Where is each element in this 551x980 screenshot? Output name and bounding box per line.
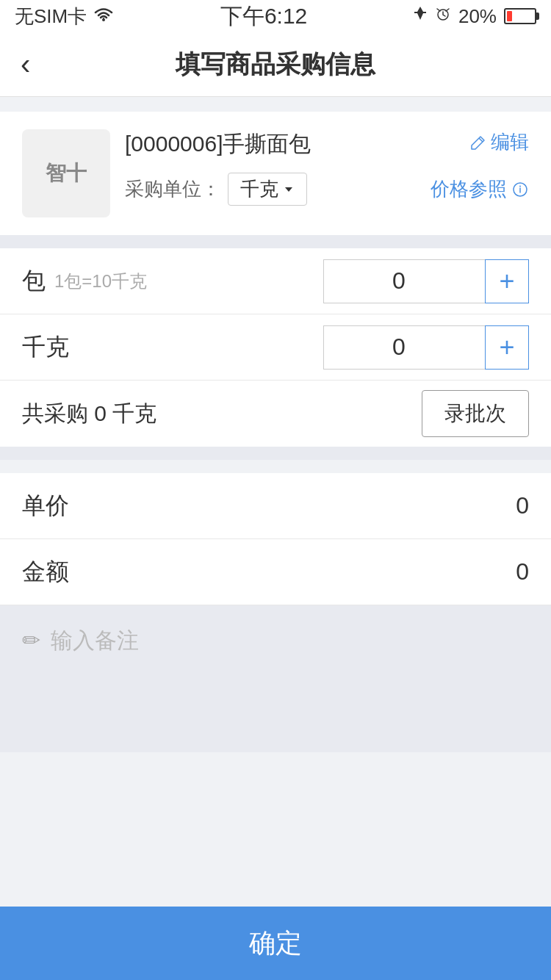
alarm-icon	[435, 5, 451, 28]
kg-qty-input[interactable]	[323, 325, 485, 370]
summary-row: 共采购 0 千克 录批次	[0, 381, 551, 447]
amount-label: 金额	[22, 556, 69, 588]
package-hint: 1包=10千克	[54, 270, 147, 293]
battery-icon	[504, 8, 536, 24]
status-time: 下午6:12	[220, 1, 307, 32]
summary-text: 共采购 0 千克	[22, 399, 156, 429]
product-header: [0000006]手撕面包 编辑	[125, 129, 529, 159]
wifi-icon	[93, 5, 115, 28]
product-info: [0000006]手撕面包 编辑 采购单位： 千克 价格	[125, 129, 529, 206]
unit-select-button[interactable]: 千克	[228, 173, 307, 206]
kg-input-right: +	[323, 325, 529, 370]
product-image: 智十	[22, 129, 110, 217]
svg-point-3	[519, 185, 521, 187]
package-label-group: 包 1包=10千克	[22, 265, 147, 298]
input-section: 包 1包=10千克 + 千克 +	[0, 248, 551, 381]
divider-1	[0, 235, 551, 248]
unit-price-row: 单价 0	[0, 473, 551, 539]
unit-price-label: 单价	[22, 490, 69, 522]
product-card: 智十 [0000006]手撕面包 编辑 采购单位： 千克	[0, 112, 551, 235]
confirm-button[interactable]: 确定	[0, 907, 551, 980]
package-plus-icon: +	[499, 266, 514, 297]
amount-row: 金额 0	[0, 539, 551, 605]
status-left: 无SIM卡	[15, 4, 115, 29]
amount-value: 0	[516, 558, 529, 586]
divider-2	[0, 447, 551, 460]
unit-value: 千克	[240, 176, 278, 202]
product-name: [0000006]手撕面包	[125, 129, 311, 159]
status-bar: 无SIM卡 下午6:12 20%	[0, 0, 551, 32]
edit-button[interactable]: 编辑	[470, 129, 529, 155]
kg-plus-icon: +	[499, 332, 514, 363]
batch-button[interactable]: 录批次	[422, 390, 529, 437]
pencil-icon: ✏	[22, 627, 40, 653]
kg-label-group: 千克	[22, 331, 110, 364]
page-title: 填写商品采购信息	[176, 48, 375, 82]
carrier-label: 无SIM卡	[15, 4, 87, 29]
purchase-unit-label: 采购单位：	[125, 176, 220, 202]
product-logo-text: 智十	[46, 159, 87, 187]
back-button[interactable]: ‹	[21, 48, 30, 81]
package-input-right: +	[323, 259, 529, 303]
note-section[interactable]: ✏ 输入备注	[0, 605, 551, 752]
package-plus-button[interactable]: +	[485, 259, 529, 303]
battery-percent: 20%	[458, 5, 497, 28]
package-qty-input[interactable]	[323, 259, 485, 303]
price-section: 单价 0 金额 0	[0, 473, 551, 605]
kg-input-row: 千克 +	[0, 314, 551, 381]
location-icon	[413, 5, 428, 28]
note-placeholder: 输入备注	[51, 626, 139, 656]
unit-price-value: 0	[516, 492, 529, 519]
status-right: 20%	[413, 5, 536, 28]
kg-plus-button[interactable]: +	[485, 325, 529, 370]
svg-point-0	[102, 18, 105, 21]
kg-label: 千克	[22, 331, 69, 364]
price-ref-label: 价格参照	[431, 176, 507, 202]
edit-label: 编辑	[491, 129, 529, 155]
package-input-row: 包 1包=10千克 +	[0, 248, 551, 314]
purchase-unit: 采购单位： 千克	[125, 173, 307, 206]
price-ref-button[interactable]: 价格参照	[431, 176, 529, 202]
nav-bar: ‹ 填写商品采购信息	[0, 32, 551, 97]
product-meta: 采购单位： 千克 价格参照	[125, 173, 529, 206]
package-label: 包	[22, 265, 46, 298]
